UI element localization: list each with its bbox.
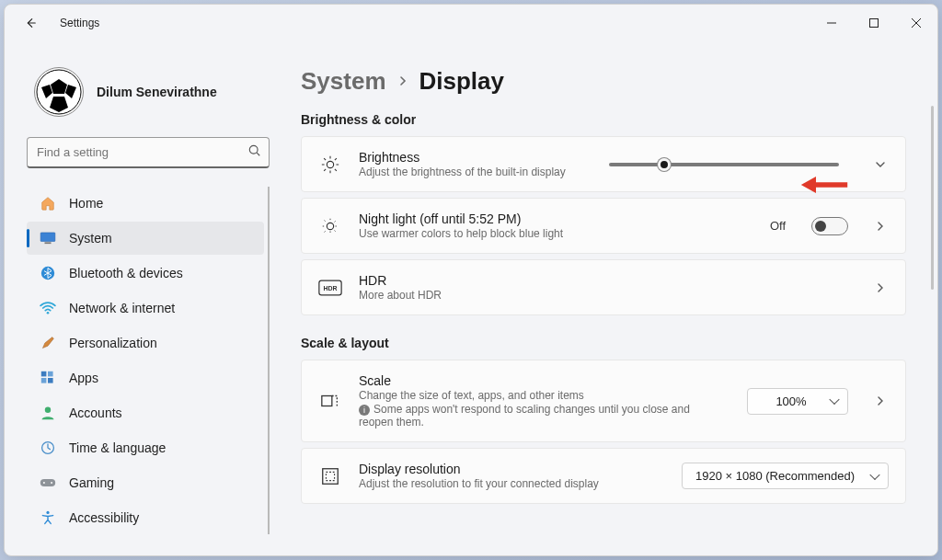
card-subtitle: Adjust the brightness of the built-in di… [359, 166, 566, 178]
sidebar-item-time[interactable]: Time & language [27, 431, 264, 464]
sidebar: Dilum Senevirathne Home System Bluetooth… [5, 41, 284, 555]
clock-icon [40, 440, 56, 456]
chevron-right-icon[interactable] [872, 395, 889, 406]
svg-line-32 [324, 168, 326, 170]
toggle-state-label: Off [770, 219, 786, 233]
sidebar-item-label: Gaming [69, 475, 114, 490]
nav-list: Home System Bluetooth & devices Network … [27, 187, 270, 534]
card-subtitle: Adjust the resolution to fit your connec… [359, 477, 599, 490]
svg-point-24 [46, 511, 49, 514]
svg-rect-47 [326, 472, 334, 480]
settings-window: Settings Dilum Senevirathne Home System … [4, 4, 938, 556]
svg-point-25 [327, 161, 333, 167]
sidebar-item-label: Apps [69, 371, 98, 385]
card-night-light[interactable]: Night light (off until 5:52 PM) Use warm… [301, 198, 906, 254]
night-light-icon [318, 216, 342, 236]
card-subtitle: Use warmer colors to help block blue lig… [359, 227, 563, 240]
card-warning: iSome apps won't respond to scaling chan… [359, 403, 708, 429]
breadcrumb-current: Display [419, 67, 505, 96]
search-box[interactable] [27, 137, 270, 168]
window-title: Settings [60, 17, 99, 29]
card-title: Night light (off until 5:52 PM) [359, 211, 563, 226]
sidebar-item-label: Time & language [69, 440, 166, 455]
sidebar-item-apps[interactable]: Apps [27, 361, 264, 394]
sidebar-item-personalization[interactable]: Personalization [27, 326, 264, 360]
sidebar-item-system[interactable]: System [27, 222, 264, 255]
sun-icon [318, 154, 342, 175]
bluetooth-icon [40, 265, 56, 281]
sidebar-item-network[interactable]: Network & internet [27, 291, 264, 325]
card-resolution[interactable]: Display resolution Adjust the resolution… [301, 448, 906, 504]
breadcrumb-parent[interactable]: System [301, 67, 386, 96]
accessibility-icon [40, 509, 56, 526]
sidebar-item-bluetooth[interactable]: Bluetooth & devices [27, 257, 264, 290]
card-title: Scale [359, 373, 708, 388]
system-icon [40, 230, 56, 246]
svg-line-42 [335, 220, 337, 222]
breadcrumb: System Display [301, 67, 906, 96]
hdr-icon: HDR [318, 280, 342, 296]
chevron-right-icon[interactable] [872, 221, 889, 232]
svg-rect-16 [48, 371, 53, 377]
svg-point-22 [43, 482, 45, 484]
brightness-slider[interactable] [609, 163, 839, 166]
sidebar-item-label: Accounts [69, 406, 122, 420]
chevron-right-icon[interactable] [872, 282, 889, 293]
svg-point-34 [327, 223, 333, 229]
card-scale[interactable]: Scale Change the size of text, apps, and… [301, 360, 906, 442]
minimize-button[interactable] [810, 8, 853, 38]
svg-rect-12 [45, 242, 52, 244]
svg-rect-11 [40, 233, 55, 242]
gamepad-icon [40, 474, 56, 491]
close-button[interactable] [895, 8, 937, 38]
svg-rect-45 [322, 396, 332, 406]
svg-line-40 [335, 230, 337, 232]
card-hdr[interactable]: HDR HDR More about HDR [301, 259, 906, 315]
card-subtitle: Change the size of text, apps, and other… [359, 389, 708, 402]
svg-text:HDR: HDR [324, 285, 338, 291]
sidebar-item-accessibility[interactable]: Accessibility [27, 501, 264, 534]
resolution-dropdown[interactable]: 1920 × 1080 (Recommended) [682, 463, 889, 489]
info-icon: i [359, 405, 370, 416]
maximize-button[interactable] [853, 8, 895, 38]
card-brightness[interactable]: Brightness Adjust the brightness of the … [301, 136, 906, 192]
svg-line-31 [335, 168, 337, 170]
card-title: Display resolution [359, 462, 599, 476]
svg-rect-17 [41, 378, 47, 383]
svg-rect-21 [40, 479, 55, 486]
svg-rect-15 [41, 371, 47, 377]
apps-icon [40, 370, 56, 386]
svg-point-9 [249, 145, 258, 154]
resolution-icon [318, 466, 342, 486]
sidebar-item-gaming[interactable]: Gaming [27, 466, 264, 499]
night-light-toggle[interactable] [811, 217, 848, 235]
minimize-icon [827, 18, 836, 28]
scale-dropdown[interactable]: 100% [747, 388, 848, 415]
scrollbar[interactable] [931, 106, 934, 290]
profile[interactable]: Dilum Senevirathne [34, 67, 270, 117]
person-icon [40, 405, 56, 421]
sidebar-item-label: Bluetooth & devices [69, 266, 183, 280]
sidebar-item-label: System [69, 231, 112, 246]
chevron-down-icon[interactable] [872, 159, 889, 170]
sidebar-item-label: Network & internet [69, 301, 175, 315]
svg-point-23 [51, 482, 52, 484]
card-title: HDR [359, 273, 442, 288]
svg-rect-1 [870, 19, 879, 28]
sidebar-item-accounts[interactable]: Accounts [27, 396, 264, 429]
card-subtitle: More about HDR [359, 289, 442, 302]
svg-line-33 [335, 158, 337, 160]
sidebar-item-home[interactable]: Home [27, 187, 264, 220]
sidebar-item-label: Home [69, 196, 103, 211]
search-input[interactable] [37, 145, 237, 159]
section-brightness-color: Brightness & color [301, 112, 906, 127]
search-icon [248, 144, 261, 161]
maximize-icon [869, 18, 879, 28]
svg-rect-18 [48, 378, 53, 383]
arrow-left-icon [24, 17, 37, 29]
svg-rect-46 [323, 468, 339, 484]
svg-line-30 [324, 158, 326, 160]
back-button[interactable] [17, 10, 43, 36]
chevron-right-icon [397, 74, 408, 90]
svg-line-41 [325, 230, 327, 232]
